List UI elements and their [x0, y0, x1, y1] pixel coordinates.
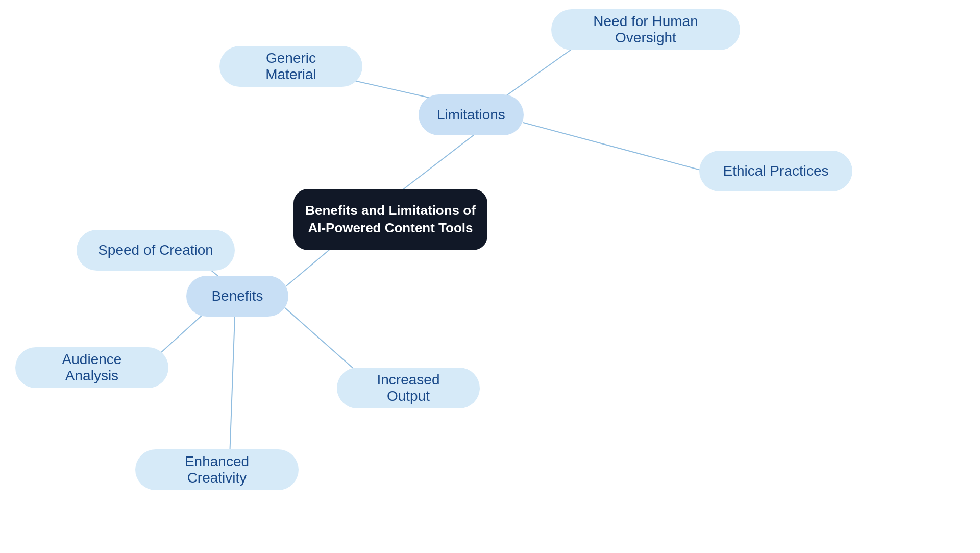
center-node: Benefits and Limitations of AI-Powered C…: [293, 189, 487, 250]
output-label: Increased Output: [357, 372, 459, 404]
oversight-label: Need for Human Oversight: [572, 13, 720, 46]
generic-label: Generic Material: [240, 50, 342, 83]
speed-node: Speed of Creation: [77, 230, 235, 271]
limitations-node: Limitations: [419, 94, 524, 135]
center-label: Benefits and Limitations of AI-Powered C…: [305, 202, 476, 237]
generic-node: Generic Material: [219, 46, 362, 87]
creativity-label: Enhanced Creativity: [156, 453, 278, 486]
ethical-label: Ethical Practices: [723, 163, 829, 179]
audience-node: Audience Analysis: [15, 347, 168, 388]
benefits-node: Benefits: [186, 276, 288, 317]
creativity-node: Enhanced Creativity: [135, 449, 299, 490]
oversight-node: Need for Human Oversight: [551, 9, 740, 50]
svg-line-8: [230, 317, 235, 457]
output-node: Increased Output: [337, 368, 480, 408]
benefits-label: Benefits: [211, 288, 263, 304]
audience-label: Audience Analysis: [36, 351, 148, 384]
speed-label: Speed of Creation: [98, 242, 213, 258]
ethical-node: Ethical Practices: [699, 151, 852, 191]
limitations-label: Limitations: [437, 107, 505, 123]
svg-line-3: [523, 123, 704, 171]
